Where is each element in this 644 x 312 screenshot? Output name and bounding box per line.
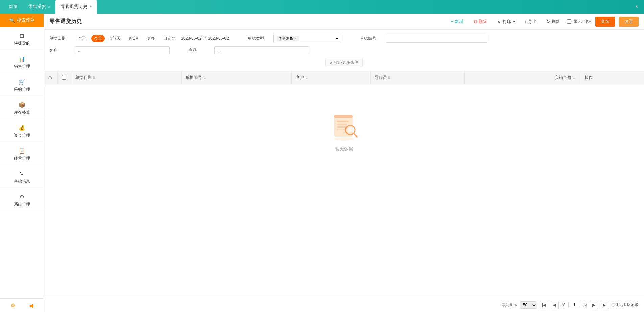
sidebar-item-base-info[interactable]: 🗂 基础信息 — [0, 165, 44, 188]
th-date: 单据日期 ⇅ — [71, 71, 181, 84]
display-detail-label: 显示明细 — [574, 19, 591, 25]
tab-retail-return-history[interactable]: 零售退货历史 × — [55, 0, 97, 14]
sidebar-item-operation[interactable]: 📋 经营管理 — [0, 142, 44, 165]
th-amount-sort[interactable]: 实销金额 ⇅ — [469, 75, 575, 81]
date-filters: 昨天 今天 近7天 近1月 更多 自定义 2023-06-02 至 2023-0… — [75, 35, 229, 42]
last-page-button[interactable]: ▶| — [601, 301, 609, 309]
finance-label: 资金管理 — [14, 133, 30, 138]
pagination-bar: 每页显示 10 20 50 100 |◀ ◀ 第 页 ▶ ▶| 共0页, 0条记… — [44, 297, 644, 312]
print-button[interactable]: 🖨 打印 ▾ — [494, 17, 518, 26]
date-btn-more[interactable]: 更多 — [144, 35, 158, 42]
empty-svg — [327, 111, 361, 142]
tab-retail-return-label: 零售退货 — [28, 4, 46, 10]
svg-rect-6 — [337, 129, 345, 130]
search-icon: 🔍 — [9, 18, 15, 23]
customer-select[interactable]: ... — [75, 46, 170, 54]
refresh-button[interactable]: ↻ 刷新 — [544, 17, 563, 26]
th-guide: 导购员 ⇅ — [370, 71, 465, 84]
voucher-type-select[interactable]: 零售退货 × ▾ — [273, 34, 341, 43]
svg-rect-3 — [337, 121, 349, 122]
sales-mgmt-label: 销售管理 — [14, 64, 30, 69]
date-filter-label: 单据日期 — [49, 36, 70, 41]
customer-sort-icon: ⇅ — [305, 76, 308, 80]
settings-bottom-icon[interactable]: ⚙ — [10, 302, 15, 309]
operation-icon: 📋 — [18, 147, 26, 154]
refresh-icon: ↻ — [546, 19, 550, 24]
tab-retail-return[interactable]: 零售退货 × — [23, 0, 55, 14]
gear-icon[interactable]: ⚙ — [48, 75, 52, 81]
collapse-row: ∧ 收起更多条件 — [49, 58, 639, 67]
new-button[interactable]: + 新增 — [448, 17, 466, 26]
date-sort-icon: ⇅ — [93, 76, 95, 80]
date-btn-today[interactable]: 今天 — [91, 35, 105, 42]
th-gear: ⚙ — [44, 71, 57, 84]
content-area: 零售退货历史 + 新增 🗑 删除 🖨 打印 ▾ ↑ 导出 ↻ 刷新 — [44, 14, 644, 312]
th-customer: 客户 ⇅ — [291, 71, 370, 84]
export-button[interactable]: ↑ 导出 — [522, 17, 540, 26]
goods-filter-label: 商品 — [189, 48, 209, 53]
print-dropdown-icon: ▾ — [513, 19, 515, 24]
window-close-button[interactable]: × — [629, 3, 644, 10]
goods-select[interactable]: ... — [214, 46, 309, 54]
th-amount: 实销金额 ⇅ — [465, 71, 580, 84]
sidebar-item-purchase-mgmt[interactable]: 🛒 采购管理 — [0, 73, 44, 96]
collapse-button[interactable]: ∧ 收起更多条件 — [325, 58, 363, 67]
date-btn-7days[interactable]: 近7天 — [108, 35, 123, 42]
tab-list: 首页 零售退货 × 零售退货历史 × — [3, 0, 629, 14]
sidebar-item-quick-nav[interactable]: ⊞ 快捷导航 — [0, 27, 44, 50]
collapse-icon: ∧ — [330, 60, 333, 65]
voucher-type-tag: 零售退货 × — [277, 36, 299, 41]
sidebar-search[interactable]: 🔍 搜索菜单 — [0, 14, 44, 27]
next-page-button[interactable]: ▶ — [590, 301, 598, 309]
date-btn-1month[interactable]: 近1月 — [126, 35, 142, 42]
page-number-input[interactable] — [568, 302, 580, 308]
empty-text: 暂无数据 — [335, 146, 353, 152]
tab-home[interactable]: 首页 — [3, 0, 23, 14]
voucher-type-remove-icon[interactable]: × — [294, 37, 296, 40]
th-no-label: 单据编号 — [186, 75, 202, 81]
tab-retail-return-close[interactable]: × — [48, 5, 50, 9]
purchase-mgmt-icon: 🛒 — [18, 78, 26, 85]
collapse-sidebar-icon[interactable]: ◀ — [29, 302, 33, 309]
amount-sort-icon: ⇅ — [572, 76, 575, 80]
th-customer-label: 客户 — [296, 75, 304, 81]
voucher-no-input[interactable] — [386, 35, 487, 43]
page-suffix-label: 页 — [583, 302, 587, 308]
th-customer-sort[interactable]: 客户 ⇅ — [296, 75, 366, 81]
sidebar-item-inventory[interactable]: 📦 库存核算 — [0, 96, 44, 119]
sidebar-item-sales-mgmt[interactable]: 📊 销售管理 — [0, 50, 44, 73]
table-area: ⚙ 单据日期 ⇅ 单据编号 — [44, 71, 644, 297]
sales-mgmt-icon: 📊 — [18, 55, 26, 62]
select-all-checkbox[interactable] — [62, 75, 66, 80]
setting-button[interactable]: 设置 — [619, 17, 639, 27]
th-no-sort[interactable]: 单据编号 ⇅ — [186, 75, 287, 81]
sidebar-item-finance[interactable]: 💰 资金管理 — [0, 119, 44, 142]
query-button[interactable]: 查询 — [595, 17, 615, 27]
date-btn-yesterday[interactable]: 昨天 — [75, 35, 89, 42]
svg-point-8 — [347, 127, 353, 132]
th-date-label: 单据日期 — [75, 75, 92, 81]
export-icon: ↑ — [525, 19, 527, 24]
svg-line-9 — [354, 133, 357, 137]
sidebar-bottom: ⚙ ◀ — [0, 298, 44, 312]
delete-button[interactable]: 🗑 删除 — [470, 17, 490, 26]
th-date-sort[interactable]: 单据日期 ⇅ — [75, 75, 177, 81]
th-checkbox — [57, 71, 71, 84]
tab-retail-return-history-close[interactable]: × — [89, 5, 91, 9]
page-size-select[interactable]: 10 20 50 100 — [520, 301, 537, 309]
page-title: 零售退货历史 — [49, 18, 82, 25]
date-btn-custom[interactable]: 自定义 — [161, 35, 178, 42]
sidebar-item-system-mgmt[interactable]: ⚙ 系统管理 — [0, 188, 44, 211]
th-guide-sort[interactable]: 导购员 ⇅ — [375, 75, 461, 81]
voucher-type-tag-text: 零售退货 — [279, 36, 293, 41]
header-actions: + 新增 🗑 删除 🖨 打印 ▾ ↑ 导出 ↻ 刷新 显示明细 — [448, 17, 639, 27]
first-page-button[interactable]: |◀ — [540, 301, 548, 309]
voucher-type-dropdown-icon: ▾ — [336, 36, 338, 41]
display-detail-checkbox[interactable] — [567, 19, 571, 24]
display-detail-toggle[interactable]: 显示明细 — [567, 19, 591, 25]
prev-page-button[interactable]: ◀ — [551, 301, 559, 309]
collapse-label: 收起更多条件 — [334, 60, 358, 65]
page-header: 零售退货历史 + 新增 🗑 删除 🖨 打印 ▾ ↑ 导出 ↻ 刷新 — [44, 14, 644, 30]
empty-state: 暂无数据 — [44, 84, 644, 179]
sidebar: 🔍 搜索菜单 ⊞ 快捷导航 📊 销售管理 🛒 采购管理 📦 库存核算 💰 — [0, 14, 44, 312]
